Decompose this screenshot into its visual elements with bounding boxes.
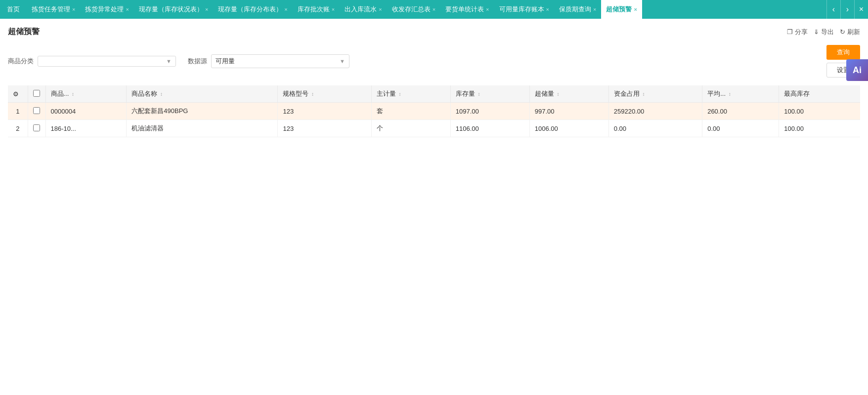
- row-spec: 123: [278, 103, 371, 120]
- nav-arrow-left[interactable]: ‹: [826, 0, 840, 19]
- ai-badge[interactable]: Ai: [846, 59, 868, 81]
- row-avg: 0.00: [702, 120, 779, 137]
- top-navigation: 首页 拣货任务管理 × 拣货异常处理 × 现存量（库存状况表） × 现存量（库存…: [0, 0, 868, 19]
- table-settings-icon[interactable]: ⚙: [13, 90, 19, 98]
- tab-10-close[interactable]: ×: [593, 6, 596, 12]
- tab-6[interactable]: 出入库流水 ×: [340, 0, 387, 19]
- col-header-code[interactable]: 商品... ↕: [45, 85, 127, 103]
- page-container: 超储预警 ❐ 分享 ⇓ 导出 ↻ 刷新 商品分类 ▼ 数据源: [0, 19, 868, 395]
- export-action[interactable]: ⇓ 导出: [814, 28, 834, 37]
- page-title: 超储预警: [8, 27, 40, 37]
- row-stock: 1097.00: [450, 103, 529, 120]
- datasource-select-value: 可用量: [216, 57, 235, 66]
- tab-2-close[interactable]: ×: [126, 6, 129, 12]
- row-checkbox-cell[interactable]: [28, 120, 45, 137]
- query-button[interactable]: 查询: [826, 45, 860, 60]
- nav-arrow-right[interactable]: ›: [840, 0, 854, 19]
- tab-8-close[interactable]: ×: [486, 6, 489, 12]
- col-unit-sort-icon: ↕: [398, 91, 401, 97]
- row-capital: 259220.00: [608, 103, 702, 120]
- row-over: 997.00: [529, 103, 608, 120]
- select-all-checkbox[interactable]: [33, 90, 40, 97]
- datasource-dropdown-icon: ▼: [340, 58, 345, 64]
- row-spec: 123: [278, 120, 371, 137]
- row-checkbox[interactable]: [33, 107, 40, 114]
- tab-2[interactable]: 拣货异常处理 ×: [80, 0, 133, 19]
- data-table: ⚙ 商品... ↕ 商品名称 ↕ 规格型号 ↕ 主计量: [8, 85, 860, 137]
- col-stock-sort-icon: ↕: [477, 91, 480, 97]
- col-code-sort-icon: ↕: [72, 91, 74, 97]
- tab-9-close[interactable]: ×: [546, 6, 549, 12]
- category-dropdown-icon: ▼: [166, 58, 172, 64]
- tab-4-close[interactable]: ×: [284, 6, 287, 12]
- tab-3[interactable]: 现存量（库存状况表） ×: [134, 0, 213, 19]
- page-header: 超储预警 ❐ 分享 ⇓ 导出 ↻ 刷新: [8, 27, 860, 37]
- row-num: 2: [8, 120, 28, 137]
- refresh-action[interactable]: ↻ 刷新: [840, 28, 860, 37]
- row-unit: 个: [371, 120, 450, 137]
- row-capital: 0.00: [608, 120, 702, 137]
- nav-arrows: ‹ › ×: [826, 0, 868, 19]
- col-header-max[interactable]: 最高库存: [779, 85, 860, 103]
- col-header-over[interactable]: 超储量 ↕: [529, 85, 608, 103]
- datasource-label: 数据源: [188, 57, 207, 66]
- table-row: 1 0000004 六配套新昌490BPG 123 套 1097.00 997.…: [8, 103, 860, 120]
- row-over: 1006.00: [529, 120, 608, 137]
- tab-5-close[interactable]: ×: [332, 6, 335, 12]
- row-stock: 1106.00: [450, 120, 529, 137]
- tab-9[interactable]: 可用量库存账本 ×: [494, 0, 554, 19]
- col-spec-sort-icon: ↕: [311, 91, 314, 97]
- col-header-avg[interactable]: 平均... ↕: [702, 85, 779, 103]
- col-over-sort-icon: ↕: [557, 91, 559, 97]
- export-icon: ⇓: [814, 28, 819, 36]
- col-header-checkbox[interactable]: [28, 85, 45, 103]
- col-header-settings[interactable]: ⚙: [8, 85, 28, 103]
- tab-8[interactable]: 要货单统计表 ×: [440, 0, 494, 19]
- tab-5[interactable]: 库存批次账 ×: [293, 0, 340, 19]
- row-code: 186-10...: [45, 120, 127, 137]
- row-max: 100.00: [779, 120, 860, 137]
- header-actions: ❐ 分享 ⇓ 导出 ↻ 刷新: [787, 28, 860, 37]
- filter-bar: 商品分类 ▼ 数据源 可用量 ▼ 查询 设置: [8, 45, 860, 78]
- row-name: 机油滤清器: [127, 120, 278, 137]
- tab-6-close[interactable]: ×: [379, 6, 382, 12]
- row-avg: 260.00: [702, 103, 779, 120]
- row-num: 1: [8, 103, 28, 120]
- col-header-name[interactable]: 商品名称 ↕: [127, 85, 278, 103]
- category-select[interactable]: ▼: [38, 56, 176, 67]
- col-header-capital[interactable]: 资金占用 ↕: [608, 85, 702, 103]
- tab-1-close[interactable]: ×: [72, 6, 75, 12]
- tab-1[interactable]: 拣货任务管理 ×: [27, 0, 80, 19]
- row-max: 100.00: [779, 103, 860, 120]
- nav-home[interactable]: 首页: [0, 5, 27, 14]
- col-header-stock[interactable]: 库存量 ↕: [450, 85, 529, 103]
- share-action[interactable]: ❐ 分享: [787, 28, 808, 37]
- share-icon: ❐: [787, 28, 793, 36]
- table-row: 2 186-10... 机油滤清器 123 个 1106.00 1006.00 …: [8, 120, 860, 137]
- col-header-unit[interactable]: 主计量 ↕: [371, 85, 450, 103]
- row-name: 六配套新昌490BPG: [127, 103, 278, 120]
- tab-11-close[interactable]: ×: [634, 6, 637, 12]
- nav-arrow-close[interactable]: ×: [854, 0, 868, 19]
- tab-3-close[interactable]: ×: [205, 6, 208, 12]
- row-unit: 套: [371, 103, 450, 120]
- table-body: 1 0000004 六配套新昌490BPG 123 套 1097.00 997.…: [8, 103, 860, 137]
- tab-7-close[interactable]: ×: [433, 6, 435, 12]
- row-checkbox[interactable]: [33, 124, 40, 131]
- col-capital-sort-icon: ↕: [642, 91, 645, 97]
- datasource-filter-group: 数据源 可用量 ▼: [188, 54, 349, 68]
- col-name-sort-icon: ↕: [160, 91, 163, 97]
- tab-11[interactable]: 超储预警 ×: [601, 0, 642, 19]
- refresh-icon: ↻: [840, 28, 845, 36]
- tab-4[interactable]: 现存量（库存分布表） ×: [213, 0, 292, 19]
- row-code: 0000004: [45, 103, 127, 120]
- datasource-select[interactable]: 可用量 ▼: [211, 54, 349, 68]
- row-checkbox-cell[interactable]: [28, 103, 45, 120]
- col-avg-sort-icon: ↕: [729, 91, 731, 97]
- col-header-spec[interactable]: 规格型号 ↕: [278, 85, 371, 103]
- category-label: 商品分类: [8, 57, 34, 66]
- category-filter-group: 商品分类 ▼: [8, 56, 176, 67]
- tab-10[interactable]: 保质期查询 ×: [554, 0, 601, 19]
- table-header: ⚙ 商品... ↕ 商品名称 ↕ 规格型号 ↕ 主计量: [8, 85, 860, 103]
- tab-7[interactable]: 收发存汇总表 ×: [387, 0, 440, 19]
